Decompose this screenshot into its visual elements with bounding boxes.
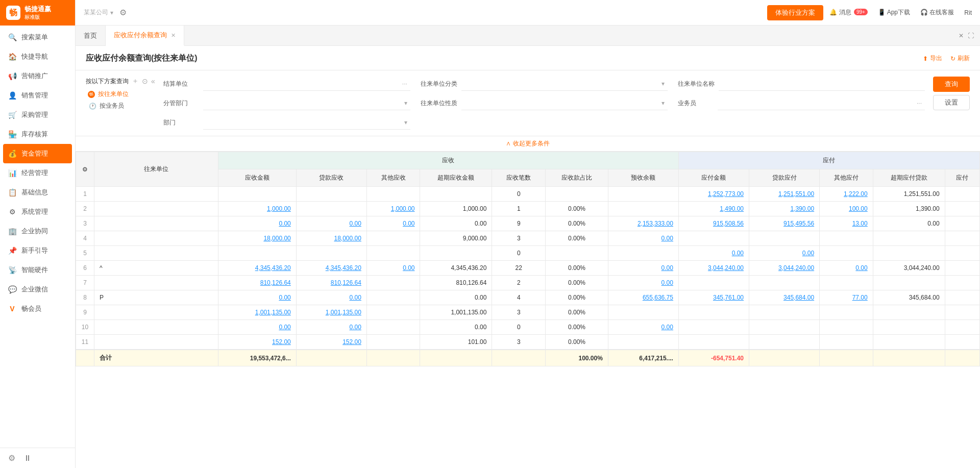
query-btn[interactable]: 查询	[933, 77, 970, 92]
table-cell-link[interactable]: 100.00	[849, 205, 868, 212]
unit-category-input[interactable]: ▾	[461, 77, 668, 91]
sidebar-item-vip[interactable]: V 畅会员	[0, 299, 75, 318]
sidebar-item-basic[interactable]: 📋 基础信息	[0, 183, 75, 202]
table-cell-link[interactable]: 810,126.64	[331, 279, 361, 286]
tab-home[interactable]: 首页	[76, 26, 106, 46]
table-cell-link[interactable]: 0.00	[350, 294, 361, 301]
table-cell-link[interactable]: 0.00	[732, 250, 744, 257]
table-cell-link[interactable]: 0.00	[662, 324, 673, 331]
table-cell-link[interactable]: 0.00	[403, 220, 414, 227]
table-cell-link[interactable]: 0.00	[279, 220, 290, 227]
table-cell-link[interactable]: 3,044,240.00	[778, 264, 814, 272]
salesman-input[interactable]: ···	[718, 96, 925, 110]
salesman-label: 业务员	[678, 99, 714, 108]
table-cell-link[interactable]: 18,000.00	[263, 235, 290, 242]
sidebar-item-quicknav[interactable]: 🏠 快捷导航	[0, 47, 75, 66]
table-cell-link[interactable]: 915,495.56	[783, 220, 814, 227]
filter-collapse-icon[interactable]: «	[151, 77, 155, 85]
sidebar-item-marketing[interactable]: 📢 营销推广	[0, 66, 75, 86]
table-cell-link[interactable]: 1,001,135.00	[255, 309, 291, 316]
sidebar-item-search[interactable]: 🔍 搜索菜单	[0, 28, 75, 47]
sidebar-collapse-icon[interactable]: ⏸	[23, 454, 32, 463]
topbar-gear-icon[interactable]: ⚙	[119, 8, 127, 17]
table-cell-link[interactable]: 1,390.00	[790, 205, 814, 212]
table-cell-link[interactable]: 1,222.00	[844, 190, 868, 198]
table-cell-link[interactable]: 4,345,436.20	[326, 264, 361, 272]
sidebar-item-management[interactable]: 📊 经营管理	[0, 163, 75, 183]
tab-expand-icon[interactable]: ⛶	[968, 32, 974, 39]
scheme-btn[interactable]: 体验行业方案	[767, 5, 823, 20]
table-cell-link[interactable]: 0.00	[403, 264, 414, 272]
filter-add-icon[interactable]: ＋	[132, 77, 139, 86]
table-cell-link[interactable]: 0.00	[802, 250, 814, 257]
sidebar: 畅 畅捷通赢 标准版 🔍 搜索菜单 🏠 快捷导航 📢 营销推广 👤 销售管理 🛒…	[0, 0, 76, 468]
ar-amount-header: 应收金额	[218, 169, 296, 187]
table-cell-link[interactable]: 0.00	[662, 264, 673, 272]
table-cell-link[interactable]: 1,251,551.00	[778, 190, 814, 198]
sidebar-item-enterprise[interactable]: 🏢 企业协同	[0, 221, 75, 241]
collapse-bar[interactable]: ∧ 收起更多条件	[76, 136, 980, 152]
sidebar-item-system[interactable]: ⚙ 系统管理	[0, 202, 75, 221]
sidebar-settings-icon[interactable]: ⚙	[8, 453, 15, 463]
table-settings-icon[interactable]: ⚙	[82, 166, 88, 173]
sidebar-item-guide[interactable]: 📌 新手引导	[0, 241, 75, 260]
unit-name-input[interactable]	[719, 77, 925, 91]
sidebar-item-wechat[interactable]: 💬 企业微信	[0, 280, 75, 299]
table-cell-link[interactable]: 915,508.56	[713, 220, 744, 227]
table-cell-link[interactable]: 0.00	[662, 279, 673, 286]
table-cell-link[interactable]: 13.00	[852, 220, 868, 227]
table-cell-link[interactable]: 0.00	[350, 324, 361, 331]
export-btn[interactable]: ⬆ 导出	[923, 54, 942, 63]
table-cell	[94, 216, 218, 231]
online-service-btn[interactable]: 🎧 在线客服	[920, 8, 954, 17]
table-cell-link[interactable]: 0.00	[279, 294, 290, 301]
dept-managed-input[interactable]: ▾	[203, 96, 410, 110]
table-cell	[678, 320, 749, 335]
table-cell-link[interactable]: 1,490.00	[720, 205, 744, 212]
table-cell-link[interactable]: 810,126.64	[260, 279, 291, 286]
table-cell-link[interactable]: 1,000.00	[391, 205, 415, 212]
table-cell-link[interactable]: 77.00	[852, 294, 868, 301]
table-cell-link[interactable]: 1,252,773.00	[708, 190, 744, 198]
table-cell-link[interactable]: 152.00	[342, 338, 361, 346]
table-cell-link[interactable]: 655,636.75	[643, 294, 673, 301]
message-btn[interactable]: 🔔 消息 99+	[829, 8, 868, 17]
refresh-btn[interactable]: ↻ 刷新	[950, 54, 970, 63]
table-cell-link[interactable]: 0.00	[279, 324, 290, 331]
table-cell-link[interactable]: 3,044,240.00	[708, 264, 744, 272]
table-cell-link[interactable]: 2,153,333.00	[638, 220, 673, 227]
tab-close-icon[interactable]: ✕	[171, 32, 176, 39]
collapse-icon: ∧	[506, 140, 511, 147]
table-cell-link[interactable]: 18,000.00	[334, 235, 361, 242]
dept-input[interactable]: ▾	[203, 115, 410, 130]
table-cell-link[interactable]: 4,345,436.20	[255, 264, 291, 272]
table-cell-link[interactable]: 0.00	[350, 220, 361, 227]
settlement-unit-input[interactable]: ···	[203, 77, 410, 91]
setting-btn[interactable]: 设置	[933, 95, 970, 110]
sidebar-item-hardware[interactable]: 📡 智能硬件	[0, 260, 75, 280]
refresh-label: 刷新	[958, 54, 970, 63]
scheme-by-unit[interactable]: 畅 按往来单位	[88, 90, 155, 98]
filter-target-icon[interactable]: ⊙	[142, 77, 148, 85]
tab-receivable-query[interactable]: 应收应付余额查询 ✕	[106, 26, 184, 46]
table-cell-link[interactable]: 152.00	[272, 338, 291, 346]
sidebar-item-inventory[interactable]: 🏪 库存核算	[0, 125, 75, 144]
table-cell-link[interactable]: 345,684.00	[783, 294, 814, 301]
tab-close-all-icon[interactable]: ✕	[959, 32, 964, 39]
sidebar-item-sales[interactable]: 👤 销售管理	[0, 86, 75, 105]
refresh-icon: ↻	[950, 55, 955, 62]
table-cell-link[interactable]: 1,001,135.00	[326, 309, 361, 316]
footer-settings	[76, 350, 94, 366]
table-cell-link[interactable]: 345,761.00	[713, 294, 744, 301]
app-download-btn[interactable]: 📱 App下载	[878, 8, 910, 17]
table-cell-link[interactable]: 0.00	[855, 264, 867, 272]
user-name[interactable]: Rit	[964, 9, 972, 16]
sidebar-item-purchase[interactable]: 🛒 采购管理	[0, 105, 75, 125]
table-cell-link[interactable]: 1,000.00	[267, 205, 291, 212]
table-cell: 9,000.00	[420, 231, 492, 246]
sidebar-item-finance[interactable]: 💰 资金管理	[3, 144, 72, 163]
scheme-by-salesman[interactable]: 🕐 按业务员	[88, 102, 155, 110]
table-cell	[873, 335, 945, 350]
table-cell-link[interactable]: 0.00	[662, 235, 673, 242]
unit-nature-input[interactable]: ▾	[461, 96, 668, 110]
